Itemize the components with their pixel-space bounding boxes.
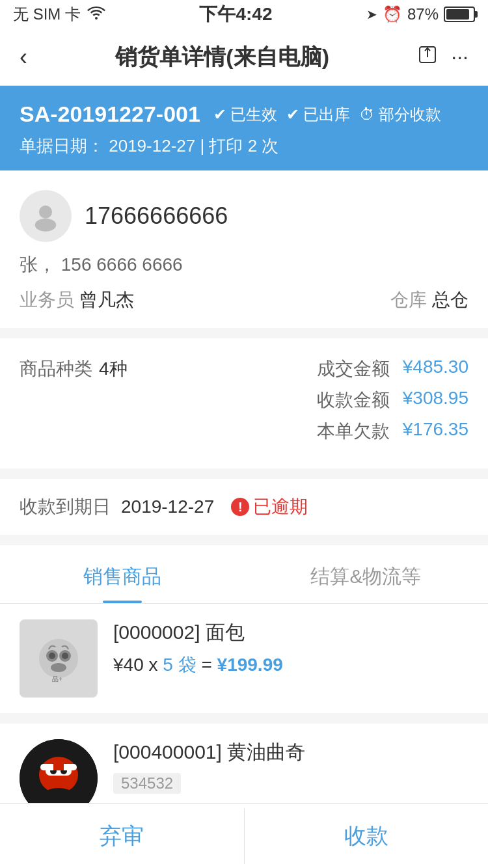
due-date-label: 收款到期日 xyxy=(20,495,111,519)
location-icon: ➤ xyxy=(366,7,377,22)
overdue-badge: ! 已逾期 xyxy=(231,495,308,519)
confirm-button[interactable]: 收款 xyxy=(245,808,489,864)
status-bar: 无 SIM 卡 下午4:42 ➤ ⏰ 87% xyxy=(0,0,488,29)
due-section: 收款到期日 2019-12-27 ! 已逾期 xyxy=(0,479,488,535)
product-info-1: [0000002] 面包 ¥40 x 5 袋 = ¥199.99 xyxy=(113,619,468,677)
warehouse-label: 仓库 xyxy=(390,288,427,312)
summary-left: 商品种类 4种 xyxy=(20,357,128,387)
badge-partial-paid: ⏱ 部分收款 xyxy=(359,104,441,125)
bottom-bar: 弃审 收款 xyxy=(0,803,488,868)
tab-settlement[interactable]: 结算&物流等 xyxy=(244,545,488,603)
customer-section: 17666666666 张， 156 6666 6666 业务员 曾凡杰 仓库 … xyxy=(0,170,488,328)
product-total-1: ¥199.99 xyxy=(217,655,283,675)
owed-row: 本单欠款 ¥176.35 xyxy=(317,419,468,444)
svg-point-2 xyxy=(39,206,52,219)
product-qty-1: 5 袋 xyxy=(163,655,201,675)
summary-right: 成交金额 ¥485.30 收款金额 ¥308.95 本单欠款 ¥176.35 xyxy=(317,357,468,450)
share-icon[interactable] xyxy=(417,44,438,70)
sales-label: 业务员 xyxy=(20,288,74,312)
order-header: SA-20191227-001 ✔ 已生效 ✔ 已出库 ⏱ 部分收款 单据日期：… xyxy=(0,86,488,170)
svg-point-8 xyxy=(62,653,68,659)
overdue-text: 已逾期 xyxy=(253,495,308,519)
summary-section: 商品种类 4种 成交金额 ¥485.30 收款金额 ¥308.95 本单欠款 ¥… xyxy=(0,338,488,468)
status-left: 无 SIM 卡 xyxy=(13,4,105,25)
product-tag-2: 534532 xyxy=(113,773,181,794)
sales-person: 曾凡杰 xyxy=(79,288,134,312)
nav-bar: ‹ 销货单详情(来自电脑) ··· xyxy=(0,29,488,86)
cancel-button[interactable]: 弃审 xyxy=(0,808,245,864)
overdue-icon: ! xyxy=(231,498,249,516)
clock-icon: ⏱ xyxy=(359,105,375,124)
status-badges: ✔ 已生效 ✔ 已出库 ⏱ 部分收款 xyxy=(213,104,441,125)
nav-actions: ··· xyxy=(417,44,468,70)
check-icon-2: ✔ xyxy=(286,105,299,124)
customer-info-row: 业务员 曾凡杰 仓库 总仓 xyxy=(20,288,468,312)
product-type-label: 商品种类 xyxy=(20,357,92,381)
owed-label: 本单欠款 xyxy=(317,419,390,444)
received-label: 收款金额 xyxy=(317,388,390,413)
product-name-1: [0000002] 面包 xyxy=(113,619,468,646)
page-title: 销货单详情(来自电脑) xyxy=(115,42,329,72)
back-button[interactable]: ‹ xyxy=(20,44,27,71)
more-icon[interactable]: ··· xyxy=(451,45,468,69)
svg-rect-19 xyxy=(53,764,64,770)
deal-amount-row: 成交金额 ¥485.30 xyxy=(317,357,468,381)
tabs-section: 销售商品 结算&物流等 xyxy=(0,545,488,604)
customer-avatar xyxy=(20,190,72,242)
check-icon-1: ✔ xyxy=(213,105,226,124)
svg-point-3 xyxy=(35,219,57,232)
product-name-2: [000400001] 黄油曲奇 xyxy=(113,739,468,766)
status-time: 下午4:42 xyxy=(199,2,272,27)
product-type-value: 4种 xyxy=(99,357,128,381)
received-value: ¥308.95 xyxy=(403,388,468,413)
owed-value: ¥176.35 xyxy=(403,419,468,444)
order-date: 单据日期： 2019-12-27 | 打印 2 次 xyxy=(20,135,468,157)
alarm-icon: ⏰ xyxy=(383,5,402,23)
carrier-text: 无 SIM 卡 xyxy=(13,4,81,25)
battery-percent: 87% xyxy=(407,5,439,23)
svg-text:品+: 品+ xyxy=(52,675,62,683)
product-price-1: ¥40 x 5 袋 = ¥199.99 xyxy=(113,653,468,677)
due-date-value: 2019-12-27 xyxy=(121,496,214,517)
deal-amount-value: ¥485.30 xyxy=(403,357,468,381)
product-thumb-1: 品+ xyxy=(20,619,98,698)
customer-sub: 张， 156 6666 6666 xyxy=(20,252,468,277)
tab-sales[interactable]: 销售商品 xyxy=(0,545,244,603)
wifi-icon xyxy=(87,5,105,23)
customer-phone: 17666666666 xyxy=(85,202,228,230)
order-id: SA-20191227-001 xyxy=(20,102,200,127)
product-item-1: 品+ [0000002] 面包 ¥40 x 5 袋 = ¥199.99 xyxy=(0,604,488,713)
warehouse-value: 总仓 xyxy=(432,288,468,312)
svg-point-9 xyxy=(51,663,66,672)
battery-icon xyxy=(444,7,475,22)
badge-shipped: ✔ 已出库 xyxy=(286,104,350,125)
received-row: 收款金额 ¥308.95 xyxy=(317,388,468,413)
svg-point-7 xyxy=(49,653,55,659)
deal-amount-label: 成交金额 xyxy=(317,357,390,381)
badge-effective: ✔ 已生效 xyxy=(213,104,277,125)
status-right: ➤ ⏰ 87% xyxy=(366,5,475,23)
